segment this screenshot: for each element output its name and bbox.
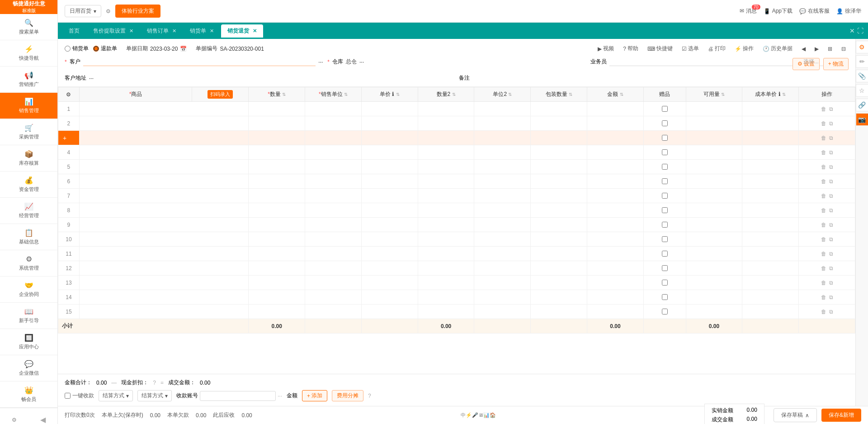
copy-icon-11[interactable]: ⧉ [829, 251, 833, 257]
sidebar-item-enterprise[interactable]: 🤝 企业协同 [0, 276, 57, 303]
sidebar-item-shortcuts[interactable]: ⚡ 快捷导航 [0, 40, 57, 67]
online-service-button[interactable]: 💬 在线客服 [799, 7, 830, 15]
product-input-3[interactable] [81, 134, 246, 142]
col-gear[interactable]: ⚙ [58, 87, 80, 102]
sidebar-item-sales[interactable]: 📊 销售管理 [0, 93, 57, 119]
address-dots-btn[interactable]: ··· [89, 75, 94, 81]
right-note-btn[interactable]: ✏ [856, 55, 868, 68]
delete-icon-12[interactable]: 🗑 [821, 265, 826, 272]
right-favorite-btn[interactable]: ☆ [856, 84, 868, 97]
gift-checkbox-4[interactable] [662, 149, 668, 155]
delete-icon-8[interactable]: 🗑 [821, 207, 826, 214]
settle-method-selector[interactable]: 结算方式 ▾ [99, 390, 133, 401]
sidebar-item-purchase[interactable]: 🛒 采购管理 [0, 119, 57, 145]
gift-checkbox-7[interactable] [662, 193, 668, 199]
toolbar-next-btn[interactable]: ▶ [812, 44, 821, 53]
delete-icon-4[interactable]: 🗑 [821, 149, 826, 156]
sidebar-item-inventory[interactable]: 📦 库存核算 [0, 145, 57, 172]
sidebar-collapse-btn[interactable]: ◀ [37, 412, 49, 424]
sidebar-item-app-center[interactable]: 🔲 应用中心 [0, 329, 57, 355]
settings-btn[interactable]: ⚙ 设置 [793, 58, 820, 70]
gift-checkbox-11[interactable] [662, 251, 668, 257]
toolbar-grid2-btn[interactable]: ⊟ [839, 44, 849, 53]
sidebar-item-wechat[interactable]: 💬 企业微信 [0, 355, 57, 381]
gift-checkbox-13[interactable] [662, 280, 668, 286]
tab-sale-return-close[interactable]: ✕ [253, 28, 257, 34]
copy-icon-15[interactable]: ⧉ [829, 309, 833, 315]
tab-maximize-icon[interactable]: ⛶ [857, 27, 863, 34]
calendar-icon[interactable]: 📅 [180, 46, 187, 52]
copy-icon-4[interactable]: ⧉ [829, 149, 833, 156]
toolbar-ops-btn[interactable]: ⚡ 操作 [732, 43, 756, 54]
sidebar-item-marketing[interactable]: 📢 营销推广 [0, 67, 57, 93]
copy-icon-7[interactable]: ⧉ [829, 193, 833, 199]
gift-checkbox-6[interactable] [662, 178, 668, 184]
app-download-button[interactable]: 📱 App下载 [764, 7, 793, 15]
right-attachment-btn[interactable]: 📎 [856, 70, 868, 82]
toolbar-shortcuts-btn[interactable]: ⌨ 快捷键 [645, 43, 675, 54]
delete-icon-5[interactable]: 🗑 [821, 164, 826, 170]
gift-checkbox-3[interactable] [662, 135, 668, 141]
gift-checkbox-8[interactable] [662, 207, 668, 213]
copy-icon-3[interactable]: ⧉ [829, 135, 833, 141]
fee-split-button[interactable]: 费用分摊 [332, 390, 363, 401]
copy-icon-2[interactable]: ⧉ [829, 120, 833, 127]
tab-sale-return[interactable]: 销货退货 ✕ [221, 24, 263, 38]
right-settings-btn[interactable]: ⚙ [856, 41, 868, 53]
delete-icon-9[interactable]: 🗑 [821, 222, 826, 228]
copy-icon-14[interactable]: ⧉ [829, 294, 833, 300]
copy-icon-10[interactable]: ⧉ [829, 236, 833, 243]
one-click-payment-checkbox[interactable]: 一键收款 [65, 392, 94, 400]
right-camera-btn[interactable]: 📷 [856, 113, 868, 126]
logistics-btn[interactable]: + 物流 [823, 58, 849, 70]
copy-icon-12[interactable]: ⧉ [829, 265, 833, 272]
settings-gear-icon[interactable]: ⚙ [106, 8, 111, 14]
sidebar-item-operations[interactable]: 📈 经营管理 [0, 198, 57, 224]
delete-icon-7[interactable]: 🗑 [821, 193, 826, 199]
radio-sale-out[interactable]: 销货单 [65, 45, 89, 52]
gift-checkbox-12[interactable] [662, 265, 668, 271]
gift-checkbox-5[interactable] [662, 164, 668, 170]
sidebar-settings-icon[interactable]: ⚙ [8, 412, 20, 424]
sidebar-item-basic[interactable]: 📋 基础信息 [0, 224, 57, 250]
sidebar-item-search[interactable]: 🔍 搜索菜单 [0, 14, 57, 40]
toolbar-grid1-btn[interactable]: ⊞ [825, 44, 835, 53]
copy-icon-5[interactable]: ⧉ [829, 164, 833, 170]
tab-sale-order[interactable]: 销售订单 ✕ [141, 24, 183, 38]
right-link-btn[interactable]: 🔗 [856, 99, 868, 111]
trial-plan-button[interactable]: 体验行业方案 [115, 5, 160, 18]
sidebar-item-finance[interactable]: 💰 资金管理 [0, 172, 57, 198]
add-payment-button[interactable]: + 添加 [302, 390, 327, 401]
customer-dots-btn[interactable]: ··· [318, 59, 323, 65]
gift-checkbox-2[interactable] [662, 120, 668, 126]
delete-icon-15[interactable]: 🗑 [821, 309, 826, 315]
gift-checkbox-1[interactable] [662, 106, 668, 112]
copy-icon-13[interactable]: ⧉ [829, 280, 833, 286]
save-draft-button[interactable]: 保存草稿 ∧ [774, 408, 817, 422]
gift-checkbox-14[interactable] [662, 294, 668, 300]
tab-sale-out-close[interactable]: ✕ [210, 28, 214, 34]
copy-icon-6[interactable]: ⧉ [829, 178, 833, 185]
copy-icon-9[interactable]: ⧉ [829, 222, 833, 228]
sidebar-item-guide[interactable]: 📖 新手引导 [0, 303, 57, 329]
delete-icon-1[interactable]: 🗑 [821, 106, 826, 112]
tab-close-all-icon[interactable]: ✕ [849, 27, 855, 34]
radio-return[interactable]: 退款单 [93, 45, 117, 52]
gift-checkbox-10[interactable] [662, 236, 668, 242]
one-click-payment-input[interactable] [65, 393, 71, 399]
tab-sale-order-close[interactable]: ✕ [172, 28, 176, 34]
account-dots-btn[interactable]: ··· [278, 393, 282, 399]
user-avatar[interactable]: 👤 徐泽华 [836, 7, 861, 15]
toolbar-prev-btn[interactable]: ◀ [799, 44, 808, 53]
fee-help-icon[interactable]: ? [368, 393, 371, 399]
discount-question[interactable]: ? [153, 380, 156, 386]
warehouse-dots-btn[interactable]: ··· [359, 59, 364, 65]
tab-sale-price[interactable]: 售价提取设置 ✕ [87, 24, 140, 38]
message-button[interactable]: ✉ 70 消息 [740, 7, 756, 15]
sidebar-item-system[interactable]: ⚙ 系统管理 [0, 250, 57, 276]
toolbar-video-btn[interactable]: ▶ 视频 [595, 43, 617, 54]
delete-icon-3[interactable]: 🗑 [821, 135, 826, 141]
copy-icon-8[interactable]: ⧉ [829, 207, 833, 214]
customer-input[interactable] [83, 57, 316, 66]
gift-checkbox-9[interactable] [662, 222, 668, 228]
